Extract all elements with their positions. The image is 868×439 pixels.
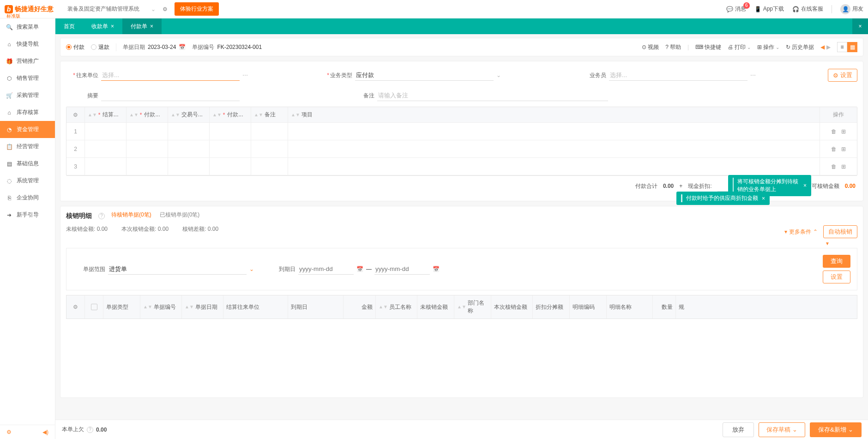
video-link[interactable]: ⊙视频 bbox=[642, 43, 659, 51]
help-link[interactable]: ?帮助 bbox=[665, 43, 681, 51]
cell[interactable] bbox=[127, 140, 168, 158]
col-dept[interactable]: ▲▼部门名称 bbox=[454, 295, 491, 319]
sidebar-item-quicknav[interactable]: ⌂快捷导航 bbox=[0, 36, 55, 53]
delete-icon[interactable]: 🗑 bbox=[831, 128, 837, 135]
bill-date-value[interactable]: 2023-03-24 bbox=[148, 44, 176, 50]
gear-icon[interactable]: ⚙ bbox=[163, 6, 168, 12]
tab-receipt[interactable]: 收款单× bbox=[83, 18, 122, 34]
delete-icon[interactable]: 🗑 bbox=[831, 146, 837, 152]
scope-input[interactable] bbox=[108, 264, 247, 275]
collapse-icon[interactable]: ◀) bbox=[42, 429, 48, 435]
close-icon[interactable]: × bbox=[762, 195, 765, 202]
print-link[interactable]: 🖨打印⌄ bbox=[728, 43, 751, 51]
add-icon[interactable]: ⊞ bbox=[841, 163, 846, 170]
gear-column[interactable]: ⚙ bbox=[66, 295, 85, 319]
col-detailname[interactable]: 明细名称 bbox=[607, 295, 653, 319]
col-amount[interactable]: 金额 bbox=[344, 295, 376, 319]
help-icon[interactable]: ? bbox=[87, 427, 93, 433]
history-link[interactable]: ↻历史单据 bbox=[786, 43, 814, 51]
app-download-link[interactable]: 📱 App下载 bbox=[754, 5, 784, 13]
save-new-button[interactable]: 保存&新增⌄ bbox=[810, 422, 862, 437]
partner-input[interactable] bbox=[101, 70, 240, 81]
sidebar-item-collab[interactable]: ⎘企业协同 bbox=[0, 189, 55, 206]
sidebar-item-system[interactable]: ◌系统管理 bbox=[0, 172, 55, 189]
settings-button[interactable]: ⚙设置 bbox=[828, 69, 857, 82]
date-to-input[interactable] bbox=[374, 264, 430, 275]
delete-icon[interactable]: 🗑 bbox=[831, 163, 837, 170]
add-icon[interactable]: ⊞ bbox=[841, 128, 846, 135]
radio-refund[interactable]: 退款 bbox=[91, 43, 109, 51]
col-qty[interactable]: 数量 bbox=[653, 295, 676, 319]
calendar-icon[interactable]: 📅 bbox=[433, 266, 440, 272]
col-project[interactable]: ▲▼项目 bbox=[288, 107, 820, 123]
cell[interactable] bbox=[168, 158, 210, 175]
sidebar-item-finance[interactable]: ◔资金管理 bbox=[0, 121, 55, 138]
cell[interactable] bbox=[127, 123, 168, 140]
shortcut-link[interactable]: ⌨快捷键 bbox=[695, 43, 721, 51]
col-settlement[interactable]: ▲▼*结算... bbox=[85, 107, 127, 123]
more-icon[interactable]: ⋯ bbox=[750, 72, 756, 78]
calendar-icon[interactable]: 📅 bbox=[179, 44, 186, 50]
more-conditions[interactable]: ▾更多条件⌃ bbox=[784, 228, 818, 236]
cell[interactable] bbox=[210, 123, 251, 140]
col-duedate[interactable]: 到期日 bbox=[288, 295, 344, 319]
cell[interactable] bbox=[127, 158, 168, 175]
cell[interactable] bbox=[288, 158, 820, 175]
cell[interactable] bbox=[251, 123, 288, 140]
sidebar-item-guide[interactable]: ➜新手引导 bbox=[0, 206, 55, 223]
col-transaction[interactable]: ▲▼交易号... bbox=[168, 107, 210, 123]
tab-home[interactable]: 首页 bbox=[55, 18, 83, 34]
cell[interactable] bbox=[85, 123, 127, 140]
system-selector[interactable]: 装备及固定资产辅助管理系统 ⌄ bbox=[67, 5, 156, 13]
chevron-down-icon[interactable]: ⌄ bbox=[496, 72, 501, 78]
cell[interactable] bbox=[251, 158, 288, 175]
subtab-pending[interactable]: 待核销单据(0笔) bbox=[111, 211, 151, 221]
sidebar-item-marketing[interactable]: 🎁营销推广 bbox=[0, 53, 55, 70]
table-row[interactable]: 1 🗑⊞ bbox=[66, 123, 857, 140]
more-icon[interactable]: ⋯ bbox=[242, 72, 248, 78]
save-draft-button[interactable]: 保存草稿⌄ bbox=[759, 422, 805, 437]
remark-input[interactable] bbox=[377, 90, 608, 101]
col-partner[interactable]: 结算往来单位 bbox=[223, 295, 288, 319]
add-icon[interactable]: ⊞ bbox=[841, 146, 846, 152]
sidebar-item-inventory[interactable]: ⌂库存核算 bbox=[0, 104, 55, 121]
cell[interactable] bbox=[168, 140, 210, 158]
date-from-input[interactable] bbox=[298, 264, 354, 275]
list-view-button[interactable]: ≡ bbox=[837, 42, 847, 52]
cell[interactable] bbox=[168, 123, 210, 140]
checkbox-column[interactable] bbox=[85, 295, 103, 319]
cell[interactable] bbox=[85, 158, 127, 175]
col-spec[interactable]: 规 bbox=[676, 295, 690, 319]
query-button[interactable]: 查询 bbox=[823, 255, 850, 268]
chevron-down-icon[interactable]: ⌄ bbox=[249, 266, 254, 272]
biztype-input[interactable] bbox=[355, 70, 494, 81]
close-icon[interactable]: × bbox=[150, 23, 153, 30]
summary-input[interactable] bbox=[101, 90, 240, 101]
sidebar-item-operation[interactable]: 📋经营管理 bbox=[0, 138, 55, 155]
close-icon[interactable]: × bbox=[803, 182, 807, 189]
close-all-tabs[interactable]: × bbox=[852, 18, 868, 34]
col-employee[interactable]: ▲▼员工名称 bbox=[376, 295, 417, 319]
cell[interactable] bbox=[288, 123, 820, 140]
cell[interactable] bbox=[210, 140, 251, 158]
col-unwrite[interactable]: 未核销金额 bbox=[417, 295, 454, 319]
col-billtype[interactable]: 单据类型 bbox=[103, 295, 140, 319]
experience-button[interactable]: 体验行业方案 bbox=[175, 2, 219, 16]
prev-icon[interactable]: ◀ bbox=[820, 44, 825, 50]
col-detailcode[interactable]: 明细编码 bbox=[570, 295, 607, 319]
online-service-link[interactable]: 🎧 在线客服 bbox=[792, 5, 823, 13]
calendar-icon[interactable]: 📅 bbox=[356, 266, 363, 272]
operate-link[interactable]: ⊞操作⌄ bbox=[757, 43, 779, 51]
sidebar-item-basic[interactable]: ▤基础信息 bbox=[0, 155, 55, 172]
radio-pay[interactable]: 付款 bbox=[66, 43, 84, 51]
cell[interactable] bbox=[288, 140, 820, 158]
col-remark[interactable]: ▲▼备注 bbox=[251, 107, 288, 123]
table-row[interactable]: 3 🗑⊞ bbox=[66, 158, 857, 175]
close-icon[interactable]: × bbox=[111, 23, 114, 30]
col-payment2[interactable]: ▲▼*付款... bbox=[210, 107, 251, 123]
col-billno[interactable]: ▲▼单据编号 bbox=[140, 295, 182, 319]
card-view-button[interactable]: ▦ bbox=[847, 42, 857, 52]
messages-link[interactable]: 💬 消息 6 bbox=[726, 5, 746, 13]
sidebar-item-sales[interactable]: ⬡销售管理 bbox=[0, 70, 55, 87]
subtab-done[interactable]: 已核销单据(0笔) bbox=[160, 211, 200, 221]
